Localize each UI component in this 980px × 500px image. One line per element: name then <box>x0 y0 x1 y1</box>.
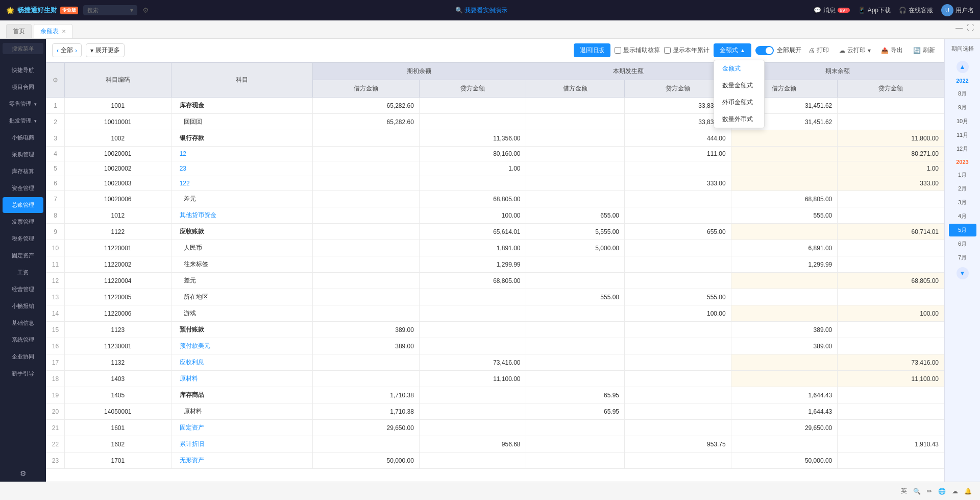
row-name[interactable]: 122 <box>171 176 313 191</box>
sidebar-item-project[interactable]: 项目合同 <box>3 79 43 95</box>
sidebar-settings-icon[interactable]: ⚙ <box>20 469 27 478</box>
bottom-notification-btn[interactable]: 🔔 <box>964 488 972 495</box>
row-name-link[interactable]: 固定资产 <box>180 424 204 431</box>
window-search-input[interactable] <box>87 7 128 13</box>
show-auxiliary-checkbox[interactable]: 显示辅助核算 <box>615 46 660 55</box>
demo-link[interactable]: 🔍 我要看实例演示 <box>455 6 507 15</box>
month-2023-03[interactable]: 3月 <box>949 196 976 209</box>
dropdown-item-amount[interactable]: 金额式 <box>714 60 764 77</box>
table-row: 1311220005所在地区555.00555.00 <box>46 289 944 305</box>
refresh-button[interactable]: 🔄 刷新 <box>910 44 938 57</box>
expand-all-toggle[interactable]: 全部展开 <box>755 46 801 55</box>
month-2022-08[interactable]: 8月 <box>949 87 976 100</box>
row-name[interactable]: 无形资产 <box>171 453 313 469</box>
row-name-link[interactable]: 122 <box>180 180 190 187</box>
month-2023-04[interactable]: 4月 <box>949 210 976 223</box>
sidebar-item-wholesale[interactable]: 批发管理 ▾ <box>3 113 43 129</box>
sidebar-item-mini-sales[interactable]: 小畅报销 <box>3 298 43 314</box>
user-avatar[interactable]: U 用户名 <box>941 4 974 16</box>
row-value: 1,710.38 <box>313 387 420 403</box>
period-scroll-down-btn[interactable]: ▼ <box>957 267 969 279</box>
message-btn[interactable]: 💬 消息 99+ <box>814 6 849 15</box>
table-settings-icon[interactable]: ⚙ <box>53 77 58 84</box>
sidebar-item-tax[interactable]: 税务管理 <box>3 231 43 247</box>
row-name[interactable]: 原材料 <box>171 371 313 387</box>
sidebar-item-finance[interactable]: 资金管理 <box>3 180 43 196</box>
period-scroll-up-btn[interactable]: ▲ <box>957 61 969 73</box>
dropdown-item-foreign-amount[interactable]: 外币金额式 <box>714 94 764 111</box>
row-name-link[interactable]: 应收利息 <box>180 359 204 366</box>
month-2023-06[interactable]: 6月 <box>949 237 976 250</box>
row-name[interactable]: 预付款美元 <box>171 338 313 354</box>
sidebar-item-invoice[interactable]: 发票管理 <box>3 214 43 230</box>
sidebar-item-purchase[interactable]: 采购管理 <box>3 147 43 162</box>
row-name-link[interactable]: 原材料 <box>180 375 198 382</box>
bottom-search-btn[interactable]: 🔍 <box>913 488 921 495</box>
sidebar-item-general-ledger[interactable]: 总账管理 <box>3 197 43 213</box>
month-2022-10[interactable]: 10月 <box>949 115 976 128</box>
sidebar-item-quick[interactable]: 快捷导航 <box>3 62 43 78</box>
table-row: 231701无形资产50,000.0050,000.00 <box>46 453 944 469</box>
sidebar-item-payroll[interactable]: 工资 <box>3 265 43 280</box>
row-name[interactable]: 其他货币资金 <box>171 207 313 224</box>
print-button[interactable]: 🖨 打印 <box>805 44 832 57</box>
month-2022-11[interactable]: 11月 <box>949 129 976 141</box>
row-name[interactable]: 应收利息 <box>171 354 313 371</box>
month-2023-01[interactable]: 1月 <box>949 169 976 181</box>
service-btn[interactable]: 🎧 在线客服 <box>899 6 933 15</box>
row-name-link[interactable]: 23 <box>180 165 186 172</box>
tab-close-icon[interactable]: ✕ <box>62 29 66 34</box>
row-name[interactable]: 23 <box>171 161 313 176</box>
sidebar-item-fixed-assets[interactable]: 固定资产 <box>3 248 43 264</box>
row-name-link[interactable]: 其他货币资金 <box>180 211 216 219</box>
bottom-edit-btn[interactable]: ✏ <box>927 488 932 495</box>
download-btn[interactable]: 📱 App下载 <box>858 6 891 15</box>
bottom-globe-btn[interactable]: 🌐 <box>938 488 946 495</box>
row-name-link[interactable]: 12 <box>180 150 186 157</box>
sidebar-item-basic-info[interactable]: 基础信息 <box>3 315 43 331</box>
row-value: 389.00 <box>731 338 838 354</box>
row-value: 1,910.43 <box>838 436 944 453</box>
row-name-link[interactable]: 累计折旧 <box>180 440 204 447</box>
table-row: 171132应收利息73,416.0073,416.00 <box>46 354 944 371</box>
sidebar-search-input[interactable] <box>3 43 43 54</box>
bottom-lang-btn[interactable]: 英 <box>901 487 907 495</box>
show-yearly-input[interactable] <box>664 47 671 54</box>
window-expand-btn[interactable]: ⛶ <box>967 23 974 32</box>
sidebar-item-guide[interactable]: 新手引导 <box>3 366 43 382</box>
row-name[interactable]: 累计折旧 <box>171 436 313 453</box>
row-value <box>838 420 944 436</box>
row-code: 1122 <box>65 224 172 240</box>
month-2023-05[interactable]: 5月 <box>949 224 976 236</box>
month-2022-12[interactable]: 12月 <box>949 142 976 155</box>
row-name[interactable]: 12 <box>171 147 313 161</box>
expand-all-switch[interactable] <box>755 46 774 55</box>
month-2023-07[interactable]: 7月 <box>949 251 976 264</box>
show-auxiliary-input[interactable] <box>615 47 621 54</box>
month-2022-09[interactable]: 9月 <box>949 101 976 114</box>
sidebar-item-inventory[interactable]: 库存核算 <box>3 163 43 179</box>
sidebar-item-operations[interactable]: 经营管理 <box>3 281 43 297</box>
settings-header-icon[interactable]: ⚙ <box>142 6 149 14</box>
tab-balance[interactable]: 余额表 ✕ <box>34 24 72 38</box>
dropdown-item-qty-amount[interactable]: 数量金额式 <box>714 77 764 94</box>
show-yearly-checkbox[interactable]: 显示本年累计 <box>664 46 709 55</box>
row-name[interactable]: 固定资产 <box>171 420 313 436</box>
row-name-link[interactable]: 无形资产 <box>180 457 204 464</box>
tab-home[interactable]: 首页 <box>6 24 32 38</box>
bottom-cloud-btn[interactable]: ☁ <box>952 488 958 495</box>
sidebar-item-cooperation[interactable]: 企业协同 <box>3 349 43 365</box>
row-name-link[interactable]: 预付款美元 <box>180 342 210 349</box>
sidebar-item-retail[interactable]: 零售管理 ▾ <box>3 96 43 112</box>
expand-more-button[interactable]: ▾ 展开更多 <box>86 43 125 57</box>
export-button[interactable]: 📤 导出 <box>878 44 906 57</box>
sidebar-item-mini-shop[interactable]: 小畅电商 <box>3 130 43 146</box>
window-minimize-btn[interactable]: — <box>955 23 963 32</box>
display-mode-button[interactable]: 金额式 ▲ <box>714 43 751 57</box>
cloud-print-button[interactable]: ☁ 云打印 ▾ <box>836 44 874 57</box>
month-2023-02[interactable]: 2月 <box>949 182 976 195</box>
dropdown-item-qty-foreign[interactable]: 数量外币式 <box>714 111 764 128</box>
sidebar-item-system[interactable]: 系统管理 <box>3 332 43 348</box>
filter-button[interactable]: ‹ 全部 › <box>52 43 82 57</box>
return-old-version-button[interactable]: 退回旧版 <box>574 43 610 57</box>
